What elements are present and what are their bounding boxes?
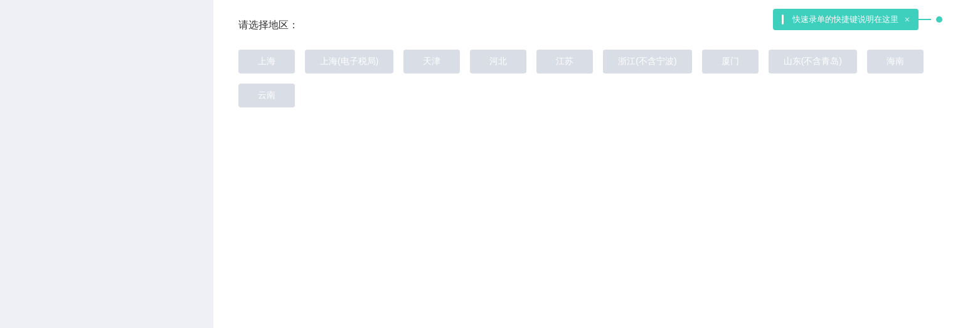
region-button-6[interactable]: 厦门 — [702, 50, 759, 74]
region-button-0[interactable]: 上海 — [238, 50, 295, 74]
sidebar — [0, 0, 213, 328]
region-button-5[interactable]: 浙江(不含宁波) — [603, 50, 691, 74]
tooltip-close-button[interactable]: × — [905, 14, 910, 25]
tooltip-left-bar — [782, 14, 784, 25]
region-button-4[interactable]: 江苏 — [536, 50, 593, 74]
region-button-3[interactable]: 河北 — [470, 50, 526, 74]
region-button-8[interactable]: 海南 — [867, 50, 924, 74]
tooltip-popup: 快速录单的快捷键说明在这里 × — [773, 9, 942, 30]
region-button-1[interactable]: 上海(电子税局) — [305, 50, 393, 74]
region-buttons: 上海上海(电子税局)天津河北江苏浙江(不含宁波)厦门山东(不含青岛)海南云南 — [238, 50, 955, 107]
tooltip-connector — [919, 19, 931, 20]
region-button-2[interactable]: 天津 — [403, 50, 460, 74]
tooltip-text: 快速录单的快捷键说明在这里 — [792, 14, 898, 25]
region-button-7[interactable]: 山东(不含青岛) — [769, 50, 857, 74]
tooltip-box: 快速录单的快捷键说明在这里 × — [773, 9, 919, 30]
region-button-9[interactable]: 云南 — [238, 84, 295, 107]
main-content: 请选择地区： 上海上海(电子税局)天津河北江苏浙江(不含宁波)厦门山东(不含青岛… — [213, 0, 980, 328]
tooltip-dot — [936, 16, 942, 23]
